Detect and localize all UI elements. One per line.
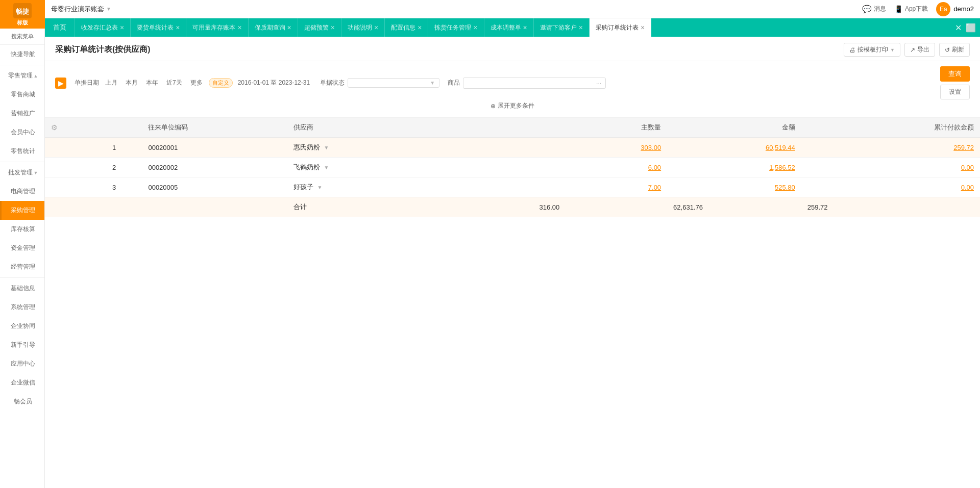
sidebar-item-enterprise-wechat[interactable]: 企业微信 [0,373,44,392]
sidebar-item-new-guide[interactable]: 新手引导 [0,336,44,354]
footer-paid: 259.72 [801,197,980,217]
footer-amount: 62,631.76 [667,197,801,217]
status-select[interactable]: ▼ [348,78,439,88]
tab-close-icon[interactable]: × [237,24,241,31]
row-amount[interactable]: 1,586.52 [667,158,801,177]
sidebar-item-enterprise-collab[interactable]: 企业协同 [0,317,44,336]
row-supplier: 好孩子 ▼ [287,177,533,197]
sidebar-item-quick-nav[interactable]: 快捷导航 [0,45,44,64]
tab-warranty-query[interactable]: 保质期查询 × [249,18,298,37]
template-print-button[interactable]: 🖨 按模板打印 ▼ [844,43,900,57]
date-filter-label: 单据日期 [75,79,99,87]
query-button[interactable]: 查询 [940,66,970,82]
goods-input[interactable]: ··· [463,78,606,89]
tab-close-icon[interactable]: × [374,24,378,31]
page-header: 采购订单统计表(按供应商) 🖨 按模板打印 ▼ ↗ 导出 ↺ 刷新 [45,37,980,61]
top-bar-left: 母婴行业演示账套 ▼ [51,5,111,14]
row-paid[interactable]: 0.00 [801,177,980,197]
supplier-expand-icon[interactable]: ▼ [324,145,329,150]
sidebar-item-marketing[interactable]: 营销推广 [0,104,44,123]
sidebar-item-ecommerce[interactable]: 电商管理 [0,182,44,201]
svg-text:畅捷: 畅捷 [16,8,30,15]
chevron-down-icon2: ▼ [34,170,38,175]
row-amount[interactable]: 60,519.44 [667,138,801,158]
tab-close-icon[interactable]: × [418,24,422,31]
tab-close-all-icon[interactable]: ✕ [955,23,962,33]
row-check [45,177,86,197]
row-code: 00020002 [142,158,287,177]
tab-picking-task[interactable]: 拣货任务管理 × [428,18,484,37]
tab-close-icon[interactable]: × [473,24,477,31]
supplier-expand-icon[interactable]: ▼ [317,185,323,190]
settings-button[interactable]: 设置 [940,85,970,99]
tab-close-icon[interactable]: × [331,24,335,31]
export-button[interactable]: ↗ 导出 [904,43,935,57]
sidebar-item-basic-info[interactable]: 基础信息 [0,279,44,298]
tab-close-icon[interactable]: × [120,24,124,31]
goods-filter-item: 商品 ··· [448,78,606,89]
tab-available-inventory[interactable]: 可用量库存账本 × [186,18,248,37]
tab-function-desc[interactable]: 功能说明 × [341,18,385,37]
tab-cost-adjust[interactable]: 成本调整单 × [484,18,534,37]
row-index: 2 [86,158,142,177]
tab-close-icon[interactable]: × [176,24,180,31]
footer-qty: 316.00 [533,197,667,217]
avatar: Ea [936,2,950,16]
date-shortcuts: 上月 本月 本年 近7天 更多 [102,78,206,88]
logo-text: 标版 [17,19,28,27]
content-area: 采购订单统计表(按供应商) 🖨 按模板打印 ▼ ↗ 导出 ↺ 刷新 [45,37,980,488]
date-shortcut-this-year[interactable]: 本年 [143,78,161,88]
tab-maximize-icon[interactable]: ⬜ [966,23,976,33]
sidebar-item-operations[interactable]: 经营管理 [0,258,44,276]
search-menu[interactable]: 搜索菜单 [0,29,44,45]
tab-config-info[interactable]: 配置信息 × [385,18,428,37]
row-qty[interactable]: 6.00 [533,158,667,177]
tab-close-icon[interactable]: × [523,24,527,31]
tab-close-icon[interactable]: × [579,24,583,31]
sidebar-item-finance[interactable]: 资金管理 [0,239,44,258]
tab-overstock-warning[interactable]: 超储预警 × [298,18,341,37]
tab-purchase-stats[interactable]: 要货单统计表 × [131,18,186,37]
tab-close-active-icon[interactable]: × [641,24,645,31]
filter-toggle-button[interactable]: ▶ [55,78,66,89]
sidebar-item-member-program[interactable]: 畅会员 [0,392,44,411]
main-area: 母婴行业演示账套 ▼ 💬 消息 📱 App下载 Ea demo2 首页 [45,0,980,488]
sidebar-item-app-center[interactable]: 应用中心 [0,354,44,373]
workspace-selector[interactable]: 母婴行业演示账套 ▼ [51,5,111,14]
sidebar-item-inventory[interactable]: 库存核算 [0,220,44,239]
data-table: ⚙ 往来单位编码 供应商 主数量 [45,118,980,217]
refresh-button[interactable]: ↺ 刷新 [939,43,970,57]
sidebar-item-member-center[interactable]: 会员中心 [0,123,44,142]
sidebar-item-retail-stats[interactable]: 零售统计 [0,142,44,161]
message-button[interactable]: 💬 消息 [862,5,886,14]
tab-receive-summary[interactable]: 收发存汇总表 × [75,18,131,37]
table-container: ⚙ 往来单位编码 供应商 主数量 [45,118,980,488]
tab-close-icon[interactable]: × [287,24,291,31]
date-shortcut-more[interactable]: 更多 [187,78,206,88]
tab-purchase-order-stats[interactable]: 采购订单统计表 × [590,18,651,37]
sidebar-item-wholesale-mgmt[interactable]: 批发管理 ▼ [0,163,44,182]
expand-more-button[interactable]: ⊕ 展开更多条件 [55,99,970,112]
row-paid[interactable]: 259.72 [801,138,980,158]
row-check [45,158,86,177]
date-shortcut-this-month[interactable]: 本月 [122,78,141,88]
col-header-check: ⚙ [45,118,86,138]
row-paid[interactable]: 0.00 [801,158,980,177]
tab-home[interactable]: 首页 [45,18,75,37]
sidebar-item-retail-mgmt[interactable]: 零售管理 ▲ [0,66,44,85]
sidebar-item-purchase-mgmt[interactable]: 采购管理 [0,201,44,220]
table-settings-icon[interactable]: ⚙ [51,123,58,132]
date-shortcut-7days[interactable]: 近7天 [163,78,185,88]
filter-row: ▶ 单据日期 上月 本月 本年 近7天 更多 自定义 2016-01-01 至 … [55,66,970,99]
sidebar-item-system-mgmt[interactable]: 系统管理 [0,298,44,317]
row-qty[interactable]: 7.00 [533,177,667,197]
app-download-button[interactable]: 📱 App下载 [894,5,928,13]
supplier-expand-icon[interactable]: ▼ [324,165,329,170]
user-profile[interactable]: Ea demo2 [936,2,974,16]
tab-invite-downstream[interactable]: 邀请下游客户 × [534,18,590,37]
sidebar-item-retail-store[interactable]: 零售商城 [0,85,44,104]
row-amount[interactable]: 525.80 [667,177,801,197]
date-shortcut-last-month[interactable]: 上月 [102,78,120,88]
page-container: 采购订单统计表(按供应商) 🖨 按模板打印 ▼ ↗ 导出 ↺ 刷新 [45,37,980,488]
row-qty[interactable]: 303.00 [533,138,667,158]
